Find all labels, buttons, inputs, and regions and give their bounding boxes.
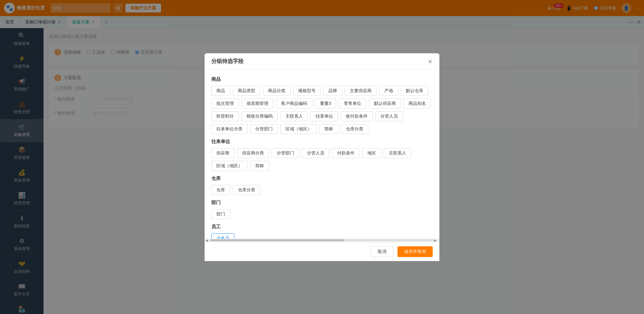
employee-field-grid: 业务员 (211, 233, 433, 239)
modal-footer: 取消 保存并查询 (205, 242, 439, 261)
field-goods-category[interactable]: 商品分类 (263, 86, 290, 96)
section-warehouse-title: 仓库 (211, 176, 433, 182)
modal-header: 分组待选字段 ✕ (205, 53, 439, 70)
confirm-button[interactable]: 保存并查询 (397, 246, 433, 257)
field-main-supplier[interactable]: 主要供应商 (345, 86, 377, 96)
field-split-points[interactable]: 拆货积分 (211, 111, 239, 121)
field-default-supplier[interactable]: 默认供应商 (369, 99, 401, 109)
field-select-modal: 分组待选字段 ✕ 商品 商品 商品类型 商品分类 规格型号 品牌 主要供应商 产… (205, 53, 439, 261)
field-sales-rep[interactable]: 业务员 (211, 233, 234, 239)
field-payment-terms[interactable]: 收付款条件 (341, 111, 373, 121)
field-managed-person[interactable]: 分管人员 (302, 148, 329, 158)
section-dept: 部门 部门 (211, 200, 433, 219)
field-tax-code[interactable]: 税收分类编码 (241, 111, 278, 121)
field-short-name-goods[interactable]: 简称 (319, 124, 338, 134)
field-warehouse-category-goods[interactable]: 仓库分类 (341, 124, 368, 134)
field-customer-sku[interactable]: 客户商品编码 (276, 99, 312, 109)
section-goods: 商品 商品 商品类型 商品分类 规格型号 品牌 主要供应商 产地 默认仓库 批次… (211, 76, 433, 134)
field-region[interactable]: 地区 (362, 148, 381, 158)
field-dept-managed[interactable]: 分管部门 (250, 124, 278, 134)
field-goods[interactable]: 商品 (211, 86, 230, 96)
field-main-contact[interactable]: 主联系人 (280, 111, 308, 121)
field-batch-mgmt[interactable]: 批次管理 (211, 99, 239, 109)
cancel-button[interactable]: 取消 (371, 246, 393, 257)
modal-body: 商品 商品 商品类型 商品分类 规格型号 品牌 主要供应商 产地 默认仓库 批次… (205, 70, 439, 239)
section-goods-title: 商品 (211, 76, 433, 82)
field-supplier[interactable]: 供应商 (211, 148, 234, 158)
section-employee-title: 员工 (211, 224, 433, 230)
modal-hscrollbar[interactable]: ◀ ▶ (205, 239, 439, 242)
section-partner: 往来单位 供应商 供应商分类 分管部门 分管人员 付款条件 地区 主联系人 区域… (211, 139, 433, 171)
field-short-name-partner[interactable]: 简称 (250, 161, 269, 171)
modal-overlay: 分组待选字段 ✕ 商品 商品 商品类型 商品分类 规格型号 品牌 主要供应商 产… (0, 0, 644, 314)
field-settlement-unit[interactable]: 结算单位 (311, 111, 338, 121)
field-region-partner[interactable]: 区域（地区） (211, 161, 248, 171)
field-supervisor[interactable]: 分管人员 (375, 111, 403, 121)
field-partner-category[interactable]: 往来单位分类 (211, 124, 248, 134)
modal-close-btn[interactable]: ✕ (428, 58, 433, 65)
section-dept-title: 部门 (211, 200, 433, 206)
field-goods-alias[interactable]: 商品别名 (404, 99, 431, 109)
field-supplier-category[interactable]: 供应商分类 (237, 148, 269, 158)
h-scrollbar-thumb (210, 239, 344, 241)
field-pay-terms[interactable]: 付款条件 (332, 148, 360, 158)
field-origin[interactable]: 产地 (379, 86, 398, 96)
field-warehouse[interactable]: 仓库 (211, 185, 230, 195)
field-warehouse-category[interactable]: 仓库分类 (233, 185, 260, 195)
section-partner-title: 往来单位 (211, 139, 433, 145)
field-spec-model[interactable]: 规格型号 (293, 86, 321, 96)
field-expiry-mgmt[interactable]: 保质期管理 (241, 99, 273, 109)
field-managed-dept[interactable]: 分管部门 (272, 148, 299, 158)
dept-field-grid: 部门 (211, 209, 433, 219)
warehouse-field-grid: 仓库 仓库分类 (211, 185, 433, 195)
section-employee: 员工 业务员 (211, 224, 433, 239)
h-scrollbar-track (210, 239, 434, 241)
field-brand[interactable]: 品牌 (323, 86, 342, 96)
field-goods-type[interactable]: 商品类型 (233, 86, 260, 96)
field-region-goods[interactable]: 区域（地区） (280, 124, 317, 134)
field-retail-unit[interactable]: 零售单位 (339, 99, 366, 109)
partner-field-grid: 供应商 供应商分类 分管部门 分管人员 付款条件 地区 主联系人 区域（地区） … (211, 148, 433, 171)
modal-title: 分组待选字段 (211, 58, 244, 65)
field-main-contact-partner[interactable]: 主联系人 (384, 148, 411, 158)
field-dept[interactable]: 部门 (211, 209, 230, 219)
goods-field-grid: 商品 商品类型 商品分类 规格型号 品牌 主要供应商 产地 默认仓库 批次管理 … (211, 86, 433, 134)
field-weight3[interactable]: 重量3 (315, 99, 336, 109)
section-warehouse: 仓库 仓库 仓库分类 (211, 176, 433, 195)
field-default-warehouse[interactable]: 默认仓库 (401, 86, 428, 96)
